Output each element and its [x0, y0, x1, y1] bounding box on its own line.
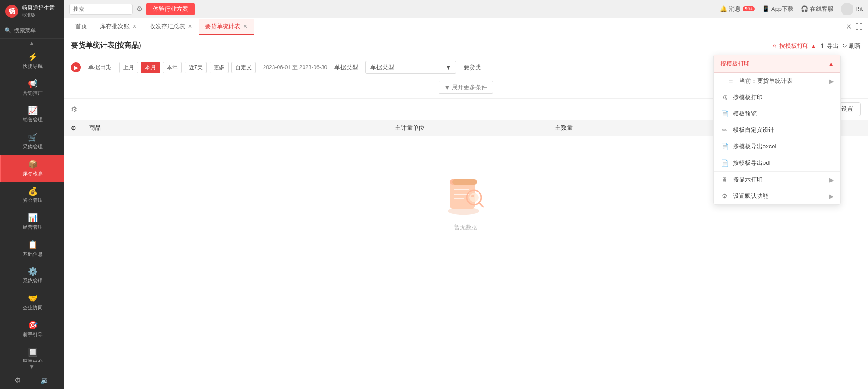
phone-icon: 📱 [762, 5, 769, 12]
scroll-down-button[interactable]: ▼ [29, 364, 35, 369]
display-print-arrow: ▶ [829, 177, 834, 183]
date-filter-label: 单据日期 [88, 63, 112, 71]
refresh-button[interactable]: ↻ 刷新 [842, 42, 861, 50]
audio-icon[interactable]: 🔉 [40, 376, 50, 384]
empty-illustration [439, 172, 493, 218]
set-default-arrow: ▶ [829, 193, 834, 200]
app-download-item[interactable]: 📱 App下载 [762, 5, 793, 13]
app-name: 畅康通好生意 [22, 5, 55, 12]
tabs-controls: ✕ ⛶ [846, 22, 863, 31]
scroll-up-button[interactable]: ▲ [29, 40, 35, 46]
page-wrapper: 要货单统计表(按商品) 🖨 按模板打印 ▲ ⬆ 导出 ↻ 刷新 [64, 35, 868, 389]
prev-month-button[interactable]: 上月 [119, 62, 138, 73]
operations-icon: 📊 [28, 213, 38, 223]
app-logo: 畅 畅康通好生意 标准版 [0, 0, 64, 23]
svg-point-10 [471, 195, 474, 197]
template-preview-icon: 📄 [720, 110, 728, 117]
maximize-button[interactable]: ⛶ [855, 22, 863, 31]
last-7-days-button[interactable]: 近7天 [185, 62, 207, 73]
dropdown-item-template-print[interactable]: 🖨 按模板打印 [714, 89, 840, 106]
app-center-icon: 🔲 [28, 347, 38, 357]
search-menu[interactable]: 🔍 搜索菜单 [0, 23, 64, 39]
tab-order-stats[interactable]: 要货单统计表 ✕ [199, 19, 254, 35]
sidebar-item-quick-nav[interactable]: ⚡ 快捷导航 [0, 47, 64, 74]
th-qty: 主数量 [548, 124, 708, 132]
app-version: 标准版 [22, 12, 55, 18]
current-template-arrow: ▶ [829, 78, 834, 85]
more-button[interactable]: 更多 [210, 62, 229, 73]
search-input[interactable] [69, 4, 133, 15]
type-filter-label: 单据类型 [334, 63, 358, 71]
tab-batch-account[interactable]: 库存批次账 ✕ [94, 19, 143, 35]
sidebar-item-finance[interactable]: 💰 资金管理 [0, 182, 64, 208]
sidebar-item-system[interactable]: ⚙️ 系统管理 [0, 262, 64, 289]
filter-dates: 上月 本月 本年 近7天 更多 自定义 [119, 62, 256, 73]
sidebar-item-marketing[interactable]: 📢 营销推广 [0, 74, 64, 101]
user-profile-item[interactable]: Rit [841, 3, 863, 15]
sidebar-item-guide[interactable]: 🎯 新手引导 [0, 316, 64, 343]
sidebar-item-sales[interactable]: 📈 销售管理 [0, 101, 64, 128]
dropdown-item-template-excel[interactable]: 📄 按模板导出excel [714, 138, 840, 155]
sidebar-item-purchase[interactable]: 🛒 采购管理 [0, 128, 64, 155]
topbar-right: 🔔 消息 99+ 📱 App下载 🎧 在线客服 Rit [720, 3, 863, 15]
this-month-button[interactable]: 本月 [141, 62, 160, 73]
filter-toggle-icon[interactable]: ▶ [71, 62, 81, 72]
this-year-button[interactable]: 本年 [163, 62, 182, 73]
notification-badge: 99+ [743, 6, 755, 11]
display-print-icon: 🖥 [720, 176, 728, 183]
notifications-item[interactable]: 🔔 消息 99+ [720, 5, 755, 13]
quick-nav-icon: ⚡ [28, 52, 38, 62]
dropdown-item-template-custom[interactable]: ✏ 模板自定义设计 [714, 122, 840, 138]
inventory-icon: 📦 [28, 159, 38, 169]
page-actions: 🖨 按模板打印 ▲ ⬆ 导出 ↻ 刷新 [772, 42, 861, 50]
online-service-item[interactable]: 🎧 在线客服 [801, 5, 833, 13]
topbar-gear-icon[interactable]: ⚙ [136, 5, 143, 13]
expand-icon: ▼ [444, 84, 450, 91]
dropdown-item-template-preview[interactable]: 📄 模板预览 [714, 106, 840, 122]
svg-line-9 [479, 202, 483, 207]
bell-icon: 🔔 [720, 5, 727, 12]
dropdown-current-template[interactable]: ≡ 当前：要货单统计表 ▶ [714, 73, 840, 89]
sidebar-item-base-info[interactable]: 📋 基础信息 [0, 235, 64, 262]
marketing-icon: 📢 [28, 79, 38, 89]
tab-home[interactable]: 首页 [69, 19, 94, 35]
close-tab-batch-account[interactable]: ✕ [132, 23, 137, 30]
sidebar-item-inventory[interactable]: 📦 库存核算 [0, 155, 64, 182]
close-tab-order-stats[interactable]: ✕ [243, 23, 248, 30]
tab-receipts-summary[interactable]: 收发存汇总表 ✕ [143, 19, 199, 35]
type-filter-select[interactable]: 单据类型 ▼ [365, 61, 456, 74]
template-print-icon: 🖨 [720, 94, 728, 101]
template-excel-icon: 📄 [720, 143, 728, 150]
dropdown-item-set-default[interactable]: ⚙ 设置默认功能 ▶ [714, 188, 840, 204]
svg-rect-3 [452, 179, 477, 185]
guide-icon: 🎯 [28, 320, 38, 330]
table-settings-icon[interactable]: ⚙ [71, 105, 77, 114]
refresh-icon: ↻ [842, 42, 847, 49]
trial-button[interactable]: 体验行业方案 [146, 3, 195, 15]
dropdown-item-display-print[interactable]: 🖥 按显示打印 ▶ [714, 171, 840, 188]
custom-button[interactable]: 自定义 [231, 62, 256, 73]
settings-icon[interactable]: ⚙ [15, 376, 21, 384]
base-info-icon: 📋 [28, 240, 38, 250]
sidebar-item-collab[interactable]: 🤝 企业协同 [0, 289, 64, 316]
export-button[interactable]: ⬆ 导出 [820, 42, 838, 50]
settings-col-icon[interactable]: ⚙ [71, 125, 76, 131]
print-template-button[interactable]: 🖨 按模板打印 ▲ [772, 42, 816, 50]
close-tab-receipts-summary[interactable]: ✕ [188, 23, 192, 30]
print-chevron-up-icon: ▲ [811, 43, 816, 49]
finance-icon: 💰 [28, 186, 38, 196]
th-unit: 主计量单位 [388, 124, 548, 132]
sidebar: 畅 畅康通好生意 标准版 🔍 搜索菜单 ▲ ⚡ 快捷导航 📢 营销推广 📈 销售… [0, 0, 64, 389]
tabs-bar: 首页 库存批次账 ✕ 收发存汇总表 ✕ 要货单统计表 ✕ ✕ ⛶ [64, 18, 868, 35]
sidebar-item-app-center[interactable]: 🔲 应用中心 [0, 343, 64, 362]
sidebar-item-operations[interactable]: 📊 经营管理 [0, 208, 64, 235]
expand-more-button[interactable]: ▼ 展开更多条件 [439, 81, 494, 94]
type-chevron-down-icon: ▼ [445, 64, 451, 71]
current-template-icon: ≡ [727, 77, 735, 85]
print-dropdown-panel: 按模板打印 ▲ ≡ 当前：要货单统计表 ▶ 🖨 按模板打印 📄 模板预览 ✏ 模… [713, 55, 841, 205]
dropdown-collapse-arrow[interactable]: ▲ [828, 61, 834, 67]
sales-icon: 📈 [28, 106, 38, 116]
template-pdf-icon: 📄 [720, 159, 728, 167]
close-all-tabs-button[interactable]: ✕ [846, 22, 852, 31]
dropdown-item-template-pdf[interactable]: 📄 按模板导出pdf [714, 155, 840, 171]
